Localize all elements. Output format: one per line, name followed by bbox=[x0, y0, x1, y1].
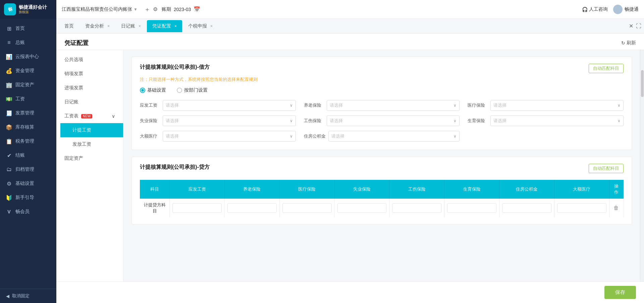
select-shengyu-baoxian[interactable]: 请选择 ∨ bbox=[490, 115, 624, 126]
guide-icon: 🔰 bbox=[6, 195, 12, 201]
table-header-row: 科目 应发工资 养老保险 医疗保险 失业保险 工伤保险 生育保险 住房公积金 大… bbox=[140, 180, 624, 199]
select-yingfa-gongzi[interactable]: 请选择 ∨ bbox=[163, 100, 296, 111]
label-zhufang-gongjijin: 住房公积金 bbox=[304, 133, 326, 139]
left-nav-sales-invoice[interactable]: 销项发票 bbox=[56, 67, 123, 81]
scrollbar-track bbox=[640, 50, 644, 282]
debit-header: 自动匹配科目 计提核算规则(公司承担)-借方 bbox=[140, 64, 624, 77]
left-nav-fixed-assets[interactable]: 固定资产 bbox=[56, 151, 123, 165]
td-zhufang-input[interactable] bbox=[499, 199, 554, 217]
input-yanglao[interactable] bbox=[227, 203, 277, 213]
right-scrollbar[interactable] bbox=[640, 50, 644, 282]
td-yingfa-input[interactable] bbox=[170, 199, 225, 217]
sidebar-unpin[interactable]: ◀ 取消固定 bbox=[0, 289, 56, 303]
user-menu[interactable]: 畅捷通 bbox=[613, 5, 639, 14]
form-area: 自动匹配科目 计提核算规则(公司承担)-借方 注：只能选择一种方式，系统将按照您… bbox=[123, 50, 640, 282]
sidebar-item-inventory[interactable]: 📦 库存核算 bbox=[0, 120, 56, 134]
select-yingfa-gongzi-placeholder: 请选择 bbox=[166, 102, 179, 108]
tab-capital-close[interactable]: × bbox=[107, 24, 110, 29]
td-delete[interactable]: 🗑 bbox=[609, 199, 623, 217]
debit-auto-match-button[interactable]: 自动匹配科目 bbox=[589, 64, 624, 73]
sidebar-label-reports: 云报表中心 bbox=[15, 54, 39, 60]
radio-basic[interactable]: 基础设置 bbox=[140, 87, 166, 93]
left-nav-purchase-invoice[interactable]: 进项发票 bbox=[56, 81, 123, 95]
tab-voucher-config[interactable]: 凭证配置 × bbox=[147, 20, 182, 32]
select-gongshang-baoxian[interactable]: 请选择 ∨ bbox=[327, 115, 460, 126]
td-yiliao-input[interactable] bbox=[279, 199, 334, 217]
td-shiye-input[interactable] bbox=[334, 199, 389, 217]
field-shiye-baoxian: 失业保险 请选择 ∨ bbox=[140, 115, 296, 126]
sidebar-item-fixed-assets[interactable]: 🏢 固定资产 bbox=[0, 78, 56, 92]
company-selector[interactable]: 江西服宝精品有限责任公司内账张 ▼ bbox=[62, 6, 139, 12]
left-nav-salary-table[interactable]: 工资表 NEW ∨ bbox=[56, 109, 123, 123]
credit-auto-match-button[interactable]: 自动匹配科目 bbox=[589, 164, 624, 173]
input-shiye[interactable] bbox=[337, 203, 387, 213]
th-yingfa: 应发工资 bbox=[170, 180, 225, 199]
sidebar-item-reports[interactable]: 📊 云报表中心 bbox=[0, 50, 56, 64]
td-gongshang-input[interactable] bbox=[389, 199, 444, 217]
select-zhufang-gongjijin[interactable]: 请选择 ∨ bbox=[328, 131, 460, 142]
td-dae-input[interactable] bbox=[554, 199, 609, 217]
scrollbar-thumb[interactable] bbox=[641, 70, 644, 97]
sidebar-item-ledger[interactable]: ≡ 总账 bbox=[0, 36, 56, 50]
reports-icon: 📊 bbox=[6, 54, 12, 60]
refresh-button[interactable]: ↻ 刷新 bbox=[621, 40, 636, 46]
label-yanglao-baoxian: 养老保险 bbox=[304, 102, 324, 108]
sidebar-item-capital[interactable]: 💰 资金管理 bbox=[0, 64, 56, 78]
tab-home[interactable]: 首页 bbox=[59, 20, 79, 32]
sidebar-item-archive[interactable]: 🗂 归档管理 bbox=[0, 162, 56, 176]
sidebar-item-tax[interactable]: 📋 税务管理 bbox=[0, 134, 56, 148]
select-shiye-baoxian[interactable]: 请选择 ∨ bbox=[163, 115, 296, 126]
calendar-icon[interactable]: 📅 bbox=[194, 6, 200, 12]
td-yanglao-input[interactable] bbox=[225, 199, 280, 217]
td-row-label: 计提贷方科目 bbox=[140, 199, 170, 217]
tab-tax-close[interactable]: × bbox=[210, 24, 213, 29]
close-tab-icon[interactable]: ✕ bbox=[629, 23, 633, 29]
input-dae[interactable] bbox=[557, 203, 606, 213]
topbar: 江西服宝精品有限责任公司内账张 ▼ ＋ ⚙ 账期 2023-03 📅 🎧 人工咨… bbox=[56, 0, 644, 19]
sidebar-item-invoice[interactable]: 🧾 发票管理 bbox=[0, 106, 56, 120]
left-nav-sub: 计提工资 发放工资 bbox=[56, 123, 123, 151]
left-nav-public[interactable]: 公共选项 bbox=[56, 53, 123, 67]
credit-header: 自动匹配科目 计提核算规则(公司承担)-贷方 bbox=[140, 164, 624, 176]
tab-capital[interactable]: 资金分析 × bbox=[80, 20, 115, 32]
sidebar-item-checkout[interactable]: ✔ 结账 bbox=[0, 148, 56, 162]
tab-tax[interactable]: 个税申报 × bbox=[183, 20, 218, 32]
settings-button[interactable]: ⚙ bbox=[153, 6, 158, 12]
sidebar-item-settings[interactable]: ⚙ 基础设置 bbox=[0, 176, 56, 191]
input-zhufang[interactable] bbox=[502, 203, 551, 213]
sidebar: 畅 畅捷通好会计 旗舰版 ⊞ 首页 ≡ 总账 📊 云报表中心 💰 资金管理 🏢 … bbox=[0, 0, 56, 303]
sidebar-item-guide[interactable]: 🔰 新手引导 bbox=[0, 191, 56, 205]
input-shengyu[interactable] bbox=[447, 203, 496, 213]
left-nav-pay-salary[interactable]: 发放工资 bbox=[60, 137, 123, 151]
field-yanglao-baoxian: 养老保险 请选择 ∨ bbox=[304, 100, 460, 111]
input-gongshang[interactable] bbox=[392, 203, 441, 213]
add-tab-button[interactable]: ＋ bbox=[144, 5, 150, 13]
select-yiliao-baoxian[interactable]: 请选择 ∨ bbox=[490, 100, 624, 111]
th-gongshang: 工伤保险 bbox=[389, 180, 444, 199]
select-dae-yiliao[interactable]: 请选择 ∨ bbox=[163, 131, 296, 142]
save-button[interactable]: 保存 bbox=[604, 286, 636, 299]
expand-icon[interactable]: ⛶ bbox=[636, 23, 641, 29]
refresh-icon: ↻ bbox=[621, 40, 625, 46]
select-yanglao-baoxian[interactable]: 请选择 ∨ bbox=[327, 100, 460, 111]
input-yingfa[interactable] bbox=[172, 203, 222, 213]
sidebar-item-salary[interactable]: 💵 工资 bbox=[0, 92, 56, 106]
avatar bbox=[613, 5, 623, 14]
radio-dept[interactable]: 按部门设置 bbox=[177, 87, 208, 93]
radio-basic-label: 基础设置 bbox=[147, 87, 166, 93]
left-nav-advance-salary[interactable]: 计提工资 bbox=[60, 123, 123, 137]
td-shengyu-input[interactable] bbox=[444, 199, 499, 217]
chevron-down-icon: ∨ bbox=[618, 118, 621, 123]
left-nav-fixed-assets-label: 固定资产 bbox=[64, 155, 83, 161]
input-yiliao[interactable] bbox=[282, 203, 332, 213]
left-nav-advance-salary-label: 计提工资 bbox=[72, 127, 91, 133]
chevron-down-icon: ∨ bbox=[290, 118, 293, 123]
consult-button[interactable]: 🎧 人工咨询 bbox=[582, 6, 608, 12]
tab-journal-close[interactable]: × bbox=[139, 24, 141, 29]
left-nav-journal[interactable]: 日记账 bbox=[56, 95, 123, 109]
tab-journal[interactable]: 日记账 × bbox=[116, 20, 146, 32]
sidebar-item-home[interactable]: ⊞ 首页 bbox=[0, 21, 56, 36]
sidebar-item-vip[interactable]: V 畅会员 bbox=[0, 205, 56, 219]
delete-icon[interactable]: 🗑 bbox=[613, 205, 619, 211]
tab-voucher-config-close[interactable]: × bbox=[174, 24, 177, 29]
